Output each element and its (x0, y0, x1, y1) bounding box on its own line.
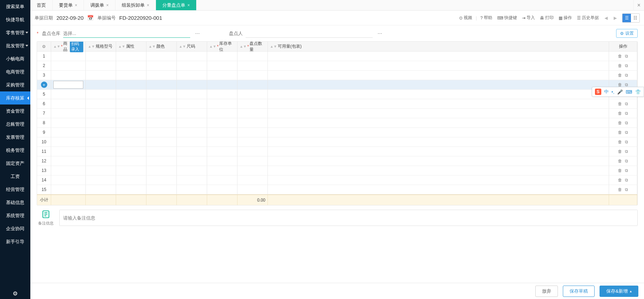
table-row[interactable]: 6🗑⧉ (37, 99, 637, 109)
sidebar-item-business[interactable]: 经营管理 (0, 183, 30, 196)
delete-row-icon[interactable]: 🗑 (618, 187, 622, 192)
ime-mic-icon[interactable]: 🎤 (617, 89, 623, 95)
cell[interactable] (116, 166, 146, 175)
date-value[interactable]: 2022-09-20 (56, 15, 84, 21)
cell-product[interactable] (51, 166, 86, 175)
table-row[interactable]: 1🗑⧉ (37, 52, 637, 61)
cell[interactable] (177, 128, 207, 137)
cell[interactable] (207, 52, 237, 61)
cell[interactable] (146, 137, 177, 146)
delete-row-icon[interactable]: 🗑 (618, 111, 622, 116)
cell-product[interactable] (51, 90, 86, 99)
cell[interactable] (177, 185, 207, 194)
table-row[interactable]: 10🗑⧉ (37, 137, 637, 147)
cell[interactable] (177, 118, 207, 127)
cell[interactable] (177, 156, 207, 166)
cell[interactable] (207, 137, 237, 146)
cell-product[interactable] (51, 156, 86, 166)
sidebar-item-quicknav[interactable]: 快捷导航 (0, 13, 30, 26)
delete-row-icon[interactable]: 🗑 (618, 149, 622, 154)
cell[interactable] (146, 52, 177, 61)
cell-product[interactable] (51, 71, 86, 80)
col-config-icon[interactable]: ⚙ (37, 42, 51, 51)
cell[interactable] (237, 99, 268, 108)
table-row[interactable]: 8🗑⧉ (37, 118, 637, 128)
close-icon[interactable]: × (75, 3, 77, 8)
next-doc-icon[interactable]: ▶ (612, 14, 619, 22)
tab-request[interactable]: 要货单× (53, 0, 84, 10)
ime-toolbar[interactable]: S 中 •, 🎤 ⌨ 👕 (592, 87, 644, 97)
cell[interactable] (207, 128, 237, 137)
cell[interactable] (207, 90, 237, 99)
cell[interactable] (116, 109, 146, 118)
cell[interactable] (146, 185, 177, 194)
delete-row-icon[interactable]: 🗑 (618, 139, 622, 144)
duplicate-row-icon[interactable]: ⧉ (625, 101, 628, 106)
col-spec[interactable]: ▲▼规格型号 (86, 42, 116, 51)
sidebar-item-enterprise[interactable]: 企业协同 (0, 222, 30, 235)
close-icon[interactable]: × (106, 3, 109, 8)
sidebar-item-retail[interactable]: 零售管理 (0, 26, 30, 39)
delete-row-icon[interactable]: 🗑 (618, 73, 622, 78)
cell[interactable] (177, 52, 207, 61)
sidebar-item-fixedasset[interactable]: 固定资产 (0, 157, 30, 170)
cell[interactable] (116, 99, 146, 108)
cell[interactable] (86, 80, 116, 89)
delete-row-icon[interactable]: 🗑 (618, 82, 622, 87)
settings-button[interactable]: ⚙设置 (616, 29, 638, 38)
cell[interactable] (116, 61, 146, 70)
ime-logo-icon[interactable]: S (595, 89, 601, 95)
col-size[interactable]: ▲▼尺码 (177, 42, 207, 51)
cell[interactable] (237, 128, 268, 137)
cell[interactable] (237, 109, 268, 118)
cell[interactable] (268, 147, 609, 156)
view-list-icon[interactable]: ☰ (622, 14, 631, 22)
cell[interactable] (177, 109, 207, 118)
cell[interactable] (86, 52, 116, 61)
cell[interactable] (237, 137, 268, 146)
duplicate-row-icon[interactable]: ⧉ (625, 54, 628, 59)
warehouse-more-icon[interactable]: ⋯ (193, 31, 202, 36)
cell[interactable] (237, 147, 268, 156)
cell[interactable] (268, 61, 609, 70)
cell[interactable] (177, 80, 207, 89)
cell[interactable] (146, 90, 177, 99)
cell[interactable] (146, 128, 177, 137)
scan-badge[interactable]: 扫码录入 (70, 41, 83, 52)
save-draft-button[interactable]: 保存草稿 (563, 286, 595, 297)
duplicate-row-icon[interactable]: ⧉ (625, 130, 628, 135)
cell[interactable] (268, 166, 609, 175)
ime-lang[interactable]: 中 (604, 89, 609, 95)
help-link[interactable]: ?帮助 (479, 15, 494, 21)
duplicate-row-icon[interactable]: ⧉ (625, 159, 628, 163)
cell-product[interactable] (51, 80, 86, 89)
duplicate-row-icon[interactable]: ⧉ (625, 149, 628, 154)
cell[interactable] (237, 156, 268, 166)
cell[interactable] (177, 137, 207, 146)
sidebar-item-xiaochang[interactable]: 小畅电商 (0, 52, 30, 65)
cell[interactable] (116, 147, 146, 156)
prev-doc-icon[interactable]: ◀ (602, 14, 609, 22)
cell[interactable] (146, 61, 177, 70)
cell[interactable] (237, 80, 268, 89)
sidebar-item-system[interactable]: 系统管理 (0, 209, 30, 222)
view-grid-icon[interactable]: ☷ (631, 14, 639, 22)
cell[interactable] (237, 166, 268, 175)
person-input[interactable] (246, 29, 373, 37)
cell[interactable] (237, 175, 268, 185)
notes-input[interactable] (60, 210, 637, 226)
tab-home[interactable]: 首页 (30, 0, 53, 10)
calendar-icon[interactable]: 📅 (87, 15, 94, 21)
cell[interactable] (268, 156, 609, 166)
cell[interactable] (146, 147, 177, 156)
cell[interactable] (237, 71, 268, 80)
history-link[interactable]: ☰历史单据 (576, 15, 600, 21)
cell[interactable] (116, 118, 146, 127)
cell-product[interactable] (51, 118, 86, 127)
cell[interactable] (207, 156, 237, 166)
table-row[interactable]: 2🗑⧉ (37, 61, 637, 71)
sidebar-settings-icon[interactable]: ⚙ (0, 288, 30, 299)
delete-row-icon[interactable]: 🗑 (618, 178, 622, 183)
cell[interactable] (146, 71, 177, 80)
table-row[interactable]: 12🗑⧉ (37, 156, 637, 166)
